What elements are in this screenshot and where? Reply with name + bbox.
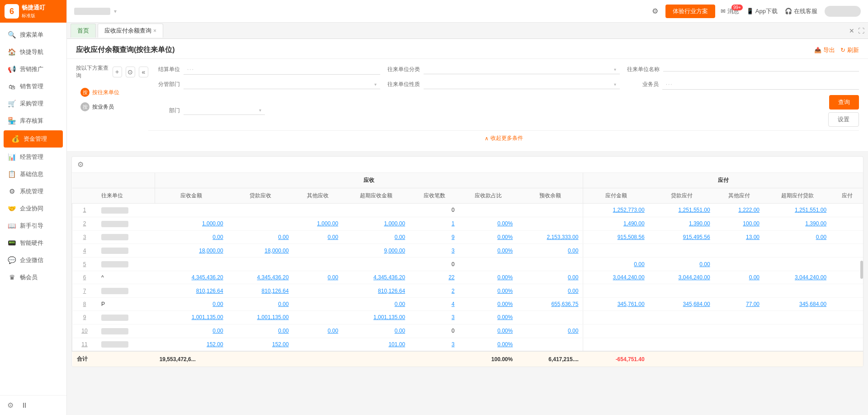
table-cell[interactable]: 810,126.64: [343, 284, 410, 298]
table-cell[interactable]: 4,345,436.20: [155, 271, 228, 284]
table-cell[interactable]: 345,761.00: [583, 297, 649, 310]
table-cell[interactable]: 101.00: [343, 338, 410, 351]
table-cell[interactable]: 9: [72, 310, 97, 324]
partner-category-select[interactable]: ▾: [424, 65, 619, 74]
table-cell[interactable]: 3,044,240.00: [764, 271, 831, 284]
notification-btn[interactable]: ✉ 消息 99+: [721, 7, 739, 15]
back-scheme-btn[interactable]: «: [139, 67, 148, 77]
query-button[interactable]: 查询: [829, 95, 859, 110]
sidebar-item-basic[interactable]: 📋基础信息: [0, 166, 66, 183]
department-select[interactable]: ▾: [184, 106, 265, 115]
table-cell[interactable]: 3: [410, 310, 459, 324]
table-cell[interactable]: 0.00: [764, 230, 831, 244]
table-cell[interactable]: 810,126.64: [155, 284, 228, 298]
table-cell[interactable]: 345,684.00: [649, 297, 715, 310]
table-cell[interactable]: 2,153,333.00: [517, 230, 583, 244]
table-cell[interactable]: 0.00: [343, 297, 410, 310]
salesperson-input[interactable]: ···: [662, 79, 859, 90]
sidebar-item-system[interactable]: ⚙系统管理: [0, 183, 66, 200]
sidebar-item-member[interactable]: ♛畅会员: [0, 269, 66, 286]
table-cell[interactable]: 0.00: [343, 324, 410, 338]
table-cell[interactable]: 0.00: [155, 324, 228, 338]
table-cell[interactable]: 810,126.64: [228, 284, 293, 298]
table-cell[interactable]: 77.00: [715, 297, 764, 310]
table-cell[interactable]: 6: [72, 271, 97, 284]
topbar-gear-icon[interactable]: ⚙: [652, 7, 658, 15]
add-scheme-btn[interactable]: ＋: [113, 67, 122, 77]
table-cell[interactable]: 9: [410, 230, 459, 244]
partner-name-input[interactable]: [663, 67, 859, 72]
table-settings-icon[interactable]: ⚙: [77, 161, 84, 168]
sidebar-item-finance[interactable]: 💰资金管理: [4, 130, 63, 148]
table-cell[interactable]: 0.00%: [459, 271, 518, 284]
table-cell[interactable]: 915,495.56: [649, 230, 715, 244]
sidebar-item-quicknav[interactable]: 🏠快捷导航: [0, 43, 66, 61]
table-cell[interactable]: 345,684.00: [764, 297, 831, 310]
table-cell[interactable]: 1,490.00: [583, 217, 649, 230]
table-cell[interactable]: 0.00%: [459, 338, 518, 351]
table-cell[interactable]: 100.00: [715, 217, 764, 230]
table-cell[interactable]: 2: [410, 284, 459, 298]
table-cell[interactable]: 0.00: [583, 258, 649, 271]
table-cell[interactable]: 0.00: [293, 230, 343, 244]
table-cell[interactable]: 1: [72, 204, 97, 217]
table-cell[interactable]: 0.00%: [459, 217, 518, 230]
table-cell[interactable]: 1,251,551.00: [764, 204, 831, 217]
table-cell[interactable]: 11: [72, 338, 97, 351]
settlement-unit-input[interactable]: ···: [184, 64, 380, 75]
tab-close-receivable[interactable]: ×: [153, 28, 156, 34]
table-cell[interactable]: 1,000.00: [343, 217, 410, 230]
table-cell[interactable]: 915,508.56: [583, 230, 649, 244]
table-cell[interactable]: 8: [72, 297, 97, 310]
table-cell[interactable]: 1,390.00: [764, 217, 831, 230]
table-cell[interactable]: 0.00%: [459, 310, 518, 324]
table-cell[interactable]: 0.00: [155, 297, 228, 310]
table-cell[interactable]: 0.00%: [459, 297, 518, 310]
table-cell[interactable]: 0.00: [517, 284, 583, 298]
table-cell[interactable]: 13.00: [715, 230, 764, 244]
table-cell[interactable]: 7: [72, 284, 97, 298]
division-dept-select[interactable]: ▾: [184, 80, 380, 89]
sidebar-item-sales[interactable]: 🛍销售管理: [0, 78, 66, 95]
sidebar-item-marketing[interactable]: 📢营销推广: [0, 61, 66, 78]
table-cell[interactable]: 152.00: [155, 338, 228, 351]
partner-nature-select[interactable]: ▾: [424, 80, 619, 89]
table-cell[interactable]: 0.00: [155, 230, 228, 244]
table-cell[interactable]: 22: [410, 271, 459, 284]
table-cell[interactable]: 18,000.00: [228, 244, 293, 258]
sidebar-settings-icon[interactable]: ⚙: [7, 401, 14, 410]
table-cell[interactable]: 655,636.75: [517, 297, 583, 310]
tab-maximize[interactable]: ⛶: [858, 27, 864, 34]
support-btn[interactable]: 🎧 在线客服: [785, 7, 817, 15]
table-cell[interactable]: 1,222.00: [715, 204, 764, 217]
table-cell[interactable]: 9,000.00: [343, 244, 410, 258]
sidebar-item-inventory[interactable]: 🏪库存核算: [0, 112, 66, 129]
table-cell[interactable]: 1,251,551.00: [649, 204, 715, 217]
edit-scheme-btn[interactable]: ⊙: [126, 67, 135, 77]
table-cell[interactable]: 3: [410, 244, 459, 258]
filter-settings-button[interactable]: 设置: [828, 112, 859, 127]
table-cell[interactable]: 10: [72, 324, 97, 338]
table-cell[interactable]: 1,000.00: [155, 217, 228, 230]
sidebar-collapse-icon[interactable]: ⏸: [21, 401, 28, 410]
table-cell[interactable]: 0.00: [517, 324, 583, 338]
table-cell[interactable]: 0.00: [343, 230, 410, 244]
table-cell[interactable]: 0.00: [228, 324, 293, 338]
scrollbar[interactable]: [860, 261, 863, 279]
sidebar-item-hardware[interactable]: 📟智能硬件: [0, 234, 66, 252]
table-cell[interactable]: 4,345,436.20: [343, 271, 410, 284]
table-cell[interactable]: 4: [72, 244, 97, 258]
table-cell[interactable]: 0.00: [517, 271, 583, 284]
tab-close-all[interactable]: ✕: [849, 27, 854, 34]
download-btn[interactable]: 📱 App下载: [746, 7, 778, 15]
table-cell[interactable]: 1,252,773.00: [583, 204, 649, 217]
table-cell[interactable]: 2: [72, 217, 97, 230]
collapse-filter-btn[interactable]: ∧ 收起更多条件: [148, 130, 859, 146]
table-cell[interactable]: 0.00: [715, 271, 764, 284]
table-cell[interactable]: 0.00: [517, 244, 583, 258]
table-cell[interactable]: 18,000.00: [155, 244, 228, 258]
table-cell[interactable]: 5: [72, 258, 97, 271]
table-cell[interactable]: 0.00%: [459, 244, 518, 258]
promo-button[interactable]: 体验行业方案: [665, 5, 715, 18]
refresh-button[interactable]: ↻ 刷新: [840, 46, 859, 54]
